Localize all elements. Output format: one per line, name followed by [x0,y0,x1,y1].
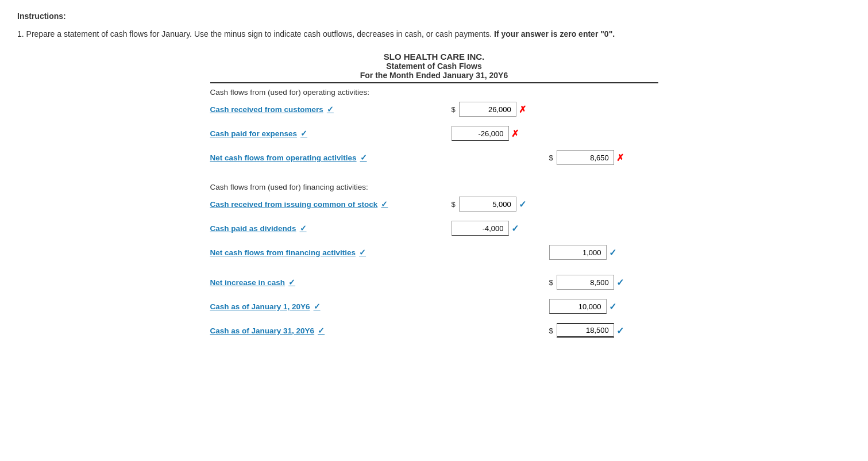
cash-paid-dividends-row: Cash paid as dividends ✓ ✓ [210,219,658,237]
cash-jan31-row: Cash as of January 31, 20Y6 ✓ $ ✓ [210,321,658,340]
cash-received-customers-input[interactable] [459,102,516,117]
net-increase-cash-row: Net increase in cash ✓ $ ✓ [210,273,658,291]
operating-section-label: Cash flows from (used for) operating act… [210,88,658,97]
net-financing-label: Net cash flows from financing activities… [210,248,452,257]
cash-received-customers-row: Cash received from customers ✓ $ ✗ [210,100,658,118]
dollar-sign-1: $ [452,105,456,114]
cash-received-customers-check: ✓ [327,105,334,114]
cash-received-stock-row: Cash received from issuing common of sto… [210,195,658,213]
cash-received-stock-icon: ✓ [519,199,526,210]
financing-section-label: Cash flows from (used for) financing act… [210,183,658,191]
net-financing-row: Net cash flows from financing activities… [210,243,658,262]
cash-jan31-check: ✓ [318,326,325,335]
instructions-header: Instructions: [17,11,851,21]
cash-jan1-col2: ✓ [549,299,641,314]
cash-paid-expenses-label: Cash paid for expenses ✓ [210,129,452,138]
net-operating-label: Net cash flows from operating activities… [210,153,452,162]
cash-paid-dividends-input[interactable] [452,221,509,236]
cash-received-stock-dollar: $ [452,200,456,209]
instructions-body: 1. Prepare a statement of cash flows for… [17,29,492,39]
statement-period: For the Month Ended January 31, 20Y6 [210,71,658,80]
cash-jan31-col2: $ ✓ [549,323,641,338]
statement-title: Statement of Cash Flows [210,62,658,71]
instructions-bold: If your answer is zero enter "0". [494,29,615,39]
cash-paid-expenses-col1: ✗ [452,126,543,141]
cash-jan31-input[interactable] [557,323,614,338]
statement-container: SLO HEALTH CARE INC. Statement of Cash F… [210,52,658,340]
cash-paid-expenses-check: ✓ [300,129,307,138]
net-increase-cash-input[interactable] [557,275,614,290]
instructions-text: 1. Prepare a statement of cash flows for… [17,28,851,40]
cash-jan31-dollar: $ [549,326,553,335]
instructions-section: Instructions: 1. Prepare a statement of … [17,11,851,40]
cash-paid-dividends-icon: ✓ [511,223,519,234]
cash-jan1-icon: ✓ [609,301,616,312]
net-operating-col2: $ ✗ [549,150,641,165]
net-increase-cash-col2: $ ✓ [549,275,641,290]
net-operating-dollar: $ [549,153,553,162]
net-financing-check: ✓ [359,248,366,257]
cash-jan1-input[interactable] [549,299,607,314]
net-financing-icon: ✓ [609,247,616,258]
net-increase-dollar: $ [549,278,553,287]
cash-jan1-check: ✓ [314,302,321,311]
net-increase-cash-label: Net increase in cash ✓ [210,278,452,287]
cash-jan1-row: Cash as of January 1, 20Y6 ✓ ✓ [210,297,658,316]
cash-jan31-label: Cash as of January 31, 20Y6 ✓ [210,326,452,335]
company-name: SLO HEALTH CARE INC. [210,52,658,62]
net-financing-col2: ✓ [549,245,641,260]
cash-received-stock-label: Cash received from issuing common of sto… [210,199,452,209]
header-divider [210,82,658,83]
cash-paid-expenses-icon: ✗ [511,128,519,139]
cash-received-stock-check: ✓ [381,199,388,209]
cash-jan1-label: Cash as of January 1, 20Y6 ✓ [210,302,452,311]
company-header: SLO HEALTH CARE INC. Statement of Cash F… [210,52,658,80]
net-operating-input[interactable] [557,150,614,165]
cash-paid-dividends-check: ✓ [300,224,307,233]
cash-paid-dividends-col1: ✓ [452,221,543,236]
net-financing-input[interactable] [549,245,607,260]
cash-received-stock-input[interactable] [459,197,516,212]
cash-received-stock-col1: $ ✓ [452,197,543,212]
cash-paid-dividends-label: Cash paid as dividends ✓ [210,224,452,233]
net-increase-cash-icon: ✓ [616,277,624,288]
cash-received-customers-icon: ✗ [519,104,526,115]
cash-received-customers-col1: $ ✗ [452,102,543,117]
cash-received-customers-label: Cash received from customers ✓ [210,105,452,114]
cash-paid-expenses-row: Cash paid for expenses ✓ ✗ [210,124,658,143]
net-operating-row: Net cash flows from operating activities… [210,148,658,167]
net-increase-cash-check: ✓ [288,278,295,287]
cash-jan31-icon: ✓ [616,325,624,336]
net-operating-check: ✓ [360,153,367,162]
cash-paid-expenses-input[interactable] [452,126,509,141]
net-operating-icon: ✗ [616,152,624,163]
